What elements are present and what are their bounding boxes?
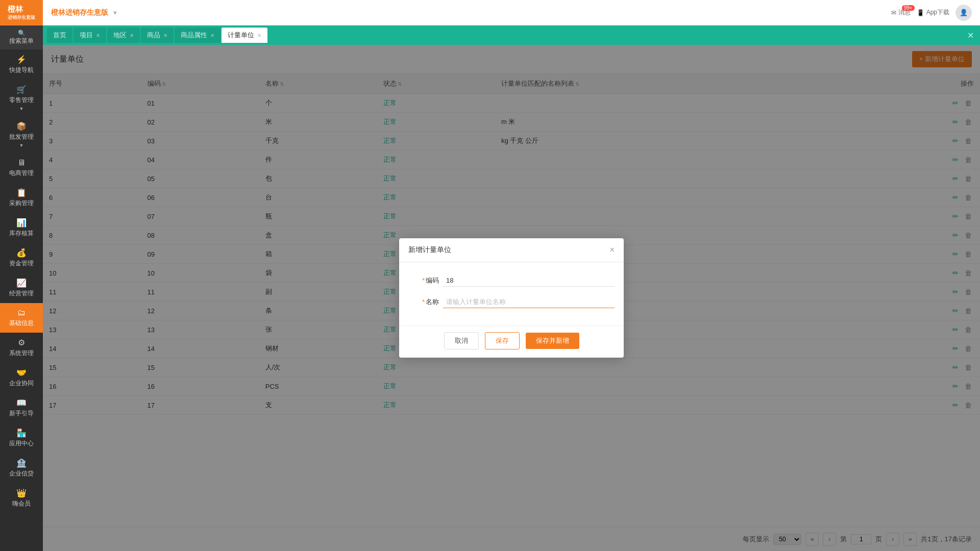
sidebar-item-vip[interactable]: 👑 嗨会员 (0, 483, 43, 513)
sidebar-label-new-guide: 新手引导 (9, 409, 34, 418)
operation-icon: 📈 (16, 278, 27, 288)
sidebar-label-biz-credit: 企业信贷 (9, 469, 34, 478)
sidebar-item-biz-credit[interactable]: 🏦 企业信贷 (0, 453, 43, 483)
modal-overlay: 新增计量单位 × *编码 *名称 (43, 45, 980, 551)
app-download-btn[interactable]: 📱 App下载 (917, 8, 949, 17)
quick-nav-icon: ⚡ (16, 55, 27, 64)
tab-products[interactable]: 商品 ✕ (141, 28, 174, 43)
tab-attributes[interactable]: 商品属性 ✕ (175, 28, 220, 43)
modal-footer: 取消 保存 保存并新增 (399, 325, 624, 358)
logo-text: 橙林 (8, 5, 35, 14)
wholesale-icon: 📦 (16, 121, 27, 131)
inventory-icon: 📊 (16, 218, 27, 228)
name-label: *名称 (408, 297, 439, 307)
sidebar-label-inventory: 库存核算 (9, 229, 34, 238)
sidebar-item-retail[interactable]: 🛒 零售管理 ▼ (0, 80, 43, 116)
sidebar-label-system: 系统管理 (9, 349, 34, 358)
code-label: *编码 (408, 276, 439, 285)
system-icon: ⚙ (18, 338, 25, 347)
sidebar-label-search-menu: 搜索菜单 (3, 37, 40, 45)
biz-coop-icon: 🤝 (16, 368, 27, 378)
tab-home-label: 首页 (53, 31, 66, 40)
sidebar-label-ecommerce: 电商管理 (9, 169, 34, 178)
dropdown-arrow[interactable]: ▼ (112, 10, 118, 16)
sidebar-label-purchase: 采购管理 (9, 199, 34, 208)
topbar-right: ✉ 消息 99+ 📱 App下载 👤 (891, 5, 972, 21)
name-input[interactable] (443, 296, 615, 308)
app-icon: 📱 (917, 9, 924, 16)
tab-products-label: 商品 (147, 31, 160, 40)
sidebar-item-purchase[interactable]: 📋 采购管理 (0, 183, 43, 213)
sidebar-label-app-center: 应用中心 (9, 439, 34, 448)
app-download-label: App下载 (926, 8, 949, 17)
save-button[interactable]: 保存 (485, 332, 520, 349)
modal-header: 新增计量单位 × (399, 238, 624, 262)
sidebar-label-basic-info: 基础信息 (9, 319, 34, 328)
tab-close-all[interactable]: ✕ (965, 29, 976, 42)
tab-projects-label: 项目 (80, 31, 93, 40)
sidebar-item-wholesale[interactable]: 📦 批发管理 ▼ (0, 116, 43, 153)
tab-projects[interactable]: 项目 ✕ (74, 28, 106, 43)
add-unit-modal: 新增计量单位 × *编码 *名称 (399, 238, 624, 358)
biz-credit-icon: 🏦 (16, 458, 27, 468)
search-icon: 🔍 (3, 30, 40, 37)
retail-icon: 🛒 (16, 85, 27, 94)
purchase-icon: 📋 (16, 188, 27, 197)
ecommerce-icon: 🖥 (17, 158, 26, 167)
sidebar-item-ecommerce[interactable]: 🖥 电商管理 (0, 153, 43, 183)
tab-unit-close[interactable]: ✕ (257, 33, 261, 38)
message-count: 99+ (902, 5, 915, 11)
tab-region-label: 地区 (113, 31, 127, 40)
vip-icon: 👑 (16, 488, 27, 498)
sidebar-logo: 橙林 进销存生意版 (0, 0, 43, 26)
sidebar-label-quick-nav: 快捷导航 (9, 66, 34, 74)
sidebar-item-basic-info[interactable]: 🗂 基础信息 (0, 303, 43, 333)
app-center-icon: 🏪 (16, 428, 27, 438)
message-badge[interactable]: ✉ 消息 99+ (891, 8, 911, 17)
tab-unit[interactable]: 计量单位 ✕ (222, 28, 267, 43)
topbar: 橙林进销存生意版 ▼ ✉ 消息 99+ 📱 App下载 👤 (43, 0, 980, 26)
sidebar-item-finance[interactable]: 💰 资金管理 (0, 243, 43, 273)
sidebar-label-wholesale: 批发管理 (9, 133, 34, 141)
code-input[interactable] (443, 274, 615, 287)
modal-body: *编码 *名称 (399, 262, 624, 325)
tab-region[interactable]: 地区 ✕ (107, 28, 140, 43)
new-guide-icon: 📖 (16, 398, 27, 408)
user-avatar[interactable]: 👤 (955, 5, 972, 21)
sidebar-item-biz-coop[interactable]: 🤝 企业协同 (0, 363, 43, 393)
tab-region-close[interactable]: ✕ (130, 33, 134, 38)
modal-title: 新增计量单位 (408, 245, 451, 255)
code-row: *编码 (408, 274, 615, 287)
sidebar: 橙林 进销存生意版 🔍 搜索菜单 ⚡ 快捷导航 🛒 零售管理 ▼ 📦 批发管理 … (0, 0, 43, 551)
sidebar-item-quick-nav[interactable]: ⚡ 快捷导航 (0, 49, 43, 80)
tab-home[interactable]: 首页 (47, 28, 72, 43)
modal-close-button[interactable]: × (610, 246, 615, 254)
sidebar-label-biz-coop: 企业协同 (9, 379, 34, 388)
tab-projects-close[interactable]: ✕ (96, 33, 100, 38)
sidebar-label-vip: 嗨会员 (12, 499, 31, 508)
sidebar-item-new-guide[interactable]: 📖 新手引导 (0, 393, 43, 423)
sidebar-item-inventory[interactable]: 📊 库存核算 (0, 213, 43, 243)
finance-icon: 💰 (16, 248, 27, 258)
sidebar-item-operation[interactable]: 📈 经营管理 (0, 273, 43, 303)
tab-attributes-close[interactable]: ✕ (210, 33, 214, 38)
sidebar-label-operation: 经营管理 (9, 289, 34, 298)
brand-name: 橙林进销存生意版 (51, 8, 108, 17)
topbar-left: 橙林进销存生意版 ▼ (51, 8, 118, 17)
sidebar-item-search-menu[interactable]: 🔍 搜索菜单 (0, 26, 43, 49)
tabbar: 首页 项目 ✕ 地区 ✕ 商品 ✕ 商品属性 ✕ 计量单位 ✕ ✕ (43, 26, 980, 45)
sidebar-item-system[interactable]: ⚙ 系统管理 (0, 333, 43, 363)
name-row: *名称 (408, 296, 615, 308)
tab-attributes-label: 商品属性 (181, 31, 207, 40)
message-icon: ✉ (891, 9, 896, 16)
sidebar-label-finance: 资金管理 (9, 259, 34, 268)
name-required-star: * (422, 298, 425, 306)
page-content: 计量单位 + 新增计量单位 序号 编码⇅ 名称⇅ 状态⇅ 计量单位匹配的名称列表… (43, 45, 980, 551)
tab-products-close[interactable]: ✕ (163, 33, 167, 38)
cancel-button[interactable]: 取消 (444, 332, 479, 349)
save-and-new-button[interactable]: 保存并新增 (526, 333, 579, 349)
logo-subtitle: 进销存生意版 (8, 14, 35, 21)
basic-info-icon: 🗂 (17, 308, 26, 317)
sidebar-label-retail: 零售管理 (9, 96, 34, 105)
sidebar-item-app-center[interactable]: 🏪 应用中心 (0, 423, 43, 453)
